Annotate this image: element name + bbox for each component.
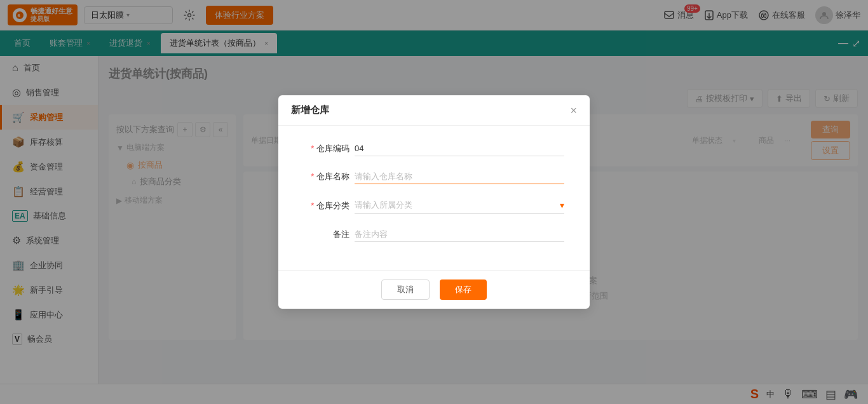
modal-footer: 取消 保存 (278, 270, 590, 309)
code-label: 仓库编码 (304, 143, 355, 154)
category-select[interactable]: 请输入所属分类 ▾ (355, 197, 564, 214)
cancel-button[interactable]: 取消 (381, 279, 430, 300)
code-input[interactable] (355, 141, 564, 156)
modal-body: 仓库编码 仓库名称 仓库分类 请输入所属分类 ▾ 备注 (278, 126, 590, 270)
code-row: 仓库编码 (304, 141, 564, 156)
note-row: 备注 (304, 227, 564, 242)
name-label: 仓库名称 (304, 171, 355, 182)
category-placeholder: 请输入所属分类 (355, 199, 412, 211)
modal-overlay: 新增仓库 × 仓库编码 仓库名称 仓库分类 请输入所属分类 ▾ (0, 0, 868, 404)
modal-title: 新增仓库 (291, 104, 329, 116)
name-row: 仓库名称 (304, 169, 564, 184)
name-input[interactable] (355, 169, 564, 184)
category-arrow: ▾ (560, 200, 564, 210)
category-row: 仓库分类 请输入所属分类 ▾ (304, 197, 564, 214)
save-button[interactable]: 保存 (440, 279, 487, 300)
note-label: 备注 (304, 229, 355, 240)
category-label: 仓库分类 (304, 200, 355, 212)
add-warehouse-modal: 新增仓库 × 仓库编码 仓库名称 仓库分类 请输入所属分类 ▾ (278, 95, 590, 309)
modal-close-button[interactable]: × (570, 105, 577, 116)
modal-header: 新增仓库 × (278, 95, 590, 126)
note-input[interactable] (355, 227, 564, 242)
